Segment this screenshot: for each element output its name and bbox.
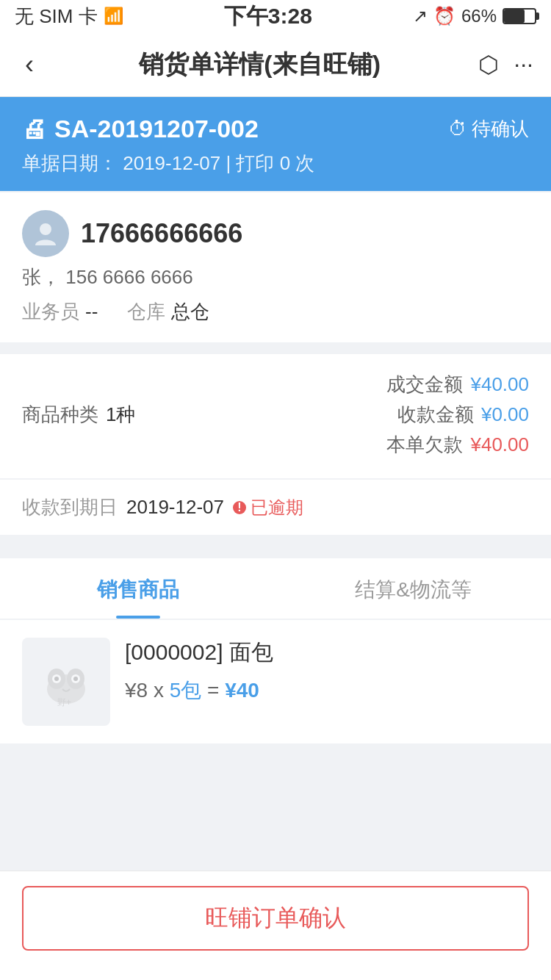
status-bar: 无 SIM 卡 📶 下午3:28 ↗ ⏰ 66% — [0, 0, 551, 32]
print-suffix: 次 — [295, 152, 314, 174]
product-type-label: 商品种类 — [22, 402, 98, 428]
divider-2 — [0, 535, 551, 547]
order-id-row: 🖨 SA-20191207-002 ⏱ 待确认 — [22, 115, 529, 143]
summary-row: 商品种类 1种 成交金额 ¥40.00 收款金额 ¥0.00 本单欠款 ¥40.… — [22, 372, 529, 458]
divider-1 — [0, 342, 551, 354]
date-label: 单据日期： — [22, 152, 118, 174]
product-unit-price: ¥8 x — [125, 679, 170, 702]
print-label: | 打印 — [226, 152, 279, 174]
nav-bar: ‹ 销货单详情(来自旺铺) ⬡ ··· — [0, 32, 551, 97]
svg-point-0 — [40, 223, 51, 235]
confirm-order-button[interactable]: 旺铺订单确认 — [22, 886, 529, 951]
order-id: 🖨 SA-20191207-002 — [22, 115, 259, 143]
location-icon: ↗ — [413, 6, 428, 26]
collected-row: 收款金额 ¥0.00 — [397, 402, 529, 428]
debt-row: 本单欠款 ¥40.00 — [386, 432, 529, 458]
product-info: [0000002] 面包 ¥8 x 5包 = ¥40 — [125, 638, 529, 705]
overdue-text: 已逾期 — [251, 496, 303, 519]
date-value: 2019-12-07 — [123, 152, 220, 174]
customer-name: 张， 156 6666 6666 — [22, 264, 529, 290]
svg-text:野+: 野+ — [57, 697, 71, 707]
customer-card: 17666666666 张， 156 6666 6666 业务员 -- 仓库 总… — [0, 192, 551, 342]
status-right: ↗ ⏰ 66% — [413, 6, 536, 26]
page-title: 销货单详情(来自旺铺) — [139, 48, 381, 82]
order-status: ⏱ 待确认 — [448, 116, 529, 142]
salesperson-item: 业务员 -- — [22, 299, 98, 325]
customer-phone: 17666666666 — [81, 218, 242, 249]
product-total: ¥40 — [225, 679, 259, 702]
collected-label: 收款金额 — [397, 402, 474, 428]
no-sim-text: 无 SIM 卡 — [15, 4, 98, 29]
product-section: 野+ [0000002] 面包 ¥8 x 5包 = ¥40 — [0, 620, 551, 743]
due-date-label: 收款到期日 — [22, 494, 118, 520]
battery-text: 66% — [461, 6, 497, 26]
collected-value: ¥0.00 — [481, 403, 529, 426]
amount-row: 成交金额 ¥40.00 — [386, 372, 529, 397]
warehouse-label: 仓库 — [127, 299, 165, 325]
wifi-icon: 📶 — [104, 7, 123, 26]
share-icon[interactable]: ⬡ — [478, 51, 499, 79]
nav-actions: ⬡ ··· — [478, 51, 533, 79]
status-time: 下午3:28 — [224, 1, 312, 32]
order-id-text: SA-20191207-002 — [54, 115, 259, 143]
avatar — [22, 210, 69, 257]
product-eq-label: = — [207, 679, 225, 702]
warehouse-value: 总仓 — [171, 299, 209, 325]
more-icon[interactable]: ··· — [514, 51, 533, 78]
product-thumbnail: 野+ — [22, 638, 110, 726]
product-qty: 5包 — [170, 679, 202, 702]
salesperson-value: -- — [85, 300, 98, 323]
print-count: 0 — [280, 152, 290, 174]
tab-settlement-logistics[interactable]: 结算&物流等 — [276, 558, 551, 619]
overdue-icon: ! — [233, 501, 246, 514]
amount-label: 成交金额 — [386, 372, 463, 397]
debt-value: ¥40.00 — [470, 433, 529, 456]
bottom-bar: 旺铺订单确认 — [0, 871, 551, 980]
summary-card: 商品种类 1种 成交金额 ¥40.00 收款金额 ¥0.00 本单欠款 ¥40.… — [0, 354, 551, 478]
due-date-card: 收款到期日 2019-12-07 ! 已逾期 — [0, 480, 551, 535]
svg-point-6 — [54, 677, 59, 681]
debt-label: 本单欠款 — [386, 432, 463, 458]
overdue-badge: ! 已逾期 — [233, 496, 303, 519]
product-name: [0000002] 面包 — [125, 638, 529, 668]
salesperson-label: 业务员 — [22, 299, 79, 325]
tabs-bar: 销售商品 结算&物流等 — [0, 558, 551, 619]
summary-right: 成交金额 ¥40.00 收款金额 ¥0.00 本单欠款 ¥40.00 — [386, 372, 529, 458]
order-id-icon: 🖨 — [22, 115, 47, 143]
status-left: 无 SIM 卡 📶 — [15, 4, 123, 29]
order-date: 单据日期： 2019-12-07 | 打印 0 次 — [22, 151, 529, 176]
alarm-icon: ⏰ — [433, 6, 455, 26]
customer-top-row: 17666666666 — [22, 210, 529, 257]
status-clock-icon: ⏱ — [448, 118, 467, 140]
customer-meta: 业务员 -- 仓库 总仓 — [22, 299, 529, 325]
due-date-value: 2019-12-07 — [126, 496, 224, 519]
status-text: 待确认 — [472, 116, 529, 142]
product-price-row: ¥8 x 5包 = ¥40 — [125, 677, 529, 705]
summary-left: 商品种类 1种 — [22, 402, 135, 428]
amount-value: ¥40.00 — [470, 373, 529, 396]
warehouse-item: 仓库 总仓 — [127, 299, 209, 325]
tab-sales-products[interactable]: 销售商品 — [0, 558, 276, 619]
battery-icon — [503, 8, 536, 24]
product-item: 野+ [0000002] 面包 ¥8 x 5包 = ¥40 — [22, 638, 529, 726]
svg-point-7 — [73, 677, 78, 681]
back-button[interactable]: ‹ — [18, 42, 41, 87]
order-header: 🖨 SA-20191207-002 ⏱ 待确认 单据日期： 2019-12-07… — [0, 97, 551, 191]
product-type-count: 1种 — [106, 402, 135, 428]
